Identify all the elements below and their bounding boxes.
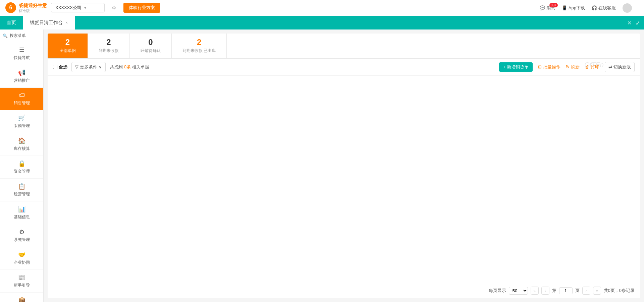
sales-icon: 🏷 [19,92,25,99]
tab-close-icon[interactable]: × [65,20,68,25]
stat-label-all: 全部单据 [60,48,76,54]
search-icon: 🔍 [3,34,8,38]
sidebar-item-sales[interactable]: 🏷 销售管理 [0,88,43,110]
message-icon: 💬 [540,5,545,10]
search-label: 搜索菜单 [10,33,26,39]
guide-icon: 📰 [18,274,25,281]
active-tab-label: 钱货日清工作台 [30,20,63,26]
system-icon: ⚙ [19,228,24,236]
per-page-select[interactable]: 50 10 20 100 [509,287,528,295]
found-text: 共找到 0条 相关单据 [110,64,149,70]
logo-area: 6 畅捷通好生意 标准版 [5,2,47,13]
shortcut-label: 快捷导航 [14,55,30,61]
purchase-icon: 🛒 [18,114,25,122]
tab-home[interactable]: 首页 [0,16,23,29]
nav-tabs: 首页 钱货日清工作台 × ✕ ⤢ [0,16,644,29]
found-count: 0条 [124,64,131,69]
company-name: XXXXXX公司 [55,5,82,11]
filter-button[interactable]: ▽ 更多条件 ∨ [71,62,106,72]
settings-button[interactable]: ⚙ [109,2,119,13]
trial-button[interactable]: 体验行业方案 [123,3,160,13]
refresh-button[interactable]: ↻ 刷新 [566,64,580,70]
operation-label: 经营管理 [14,191,30,197]
online-service-label: 在线客服 [598,5,616,11]
stats-row: 2 全部单据 2 到期未收款 0 旺铺待确认 2 到期未收款 已出库 [48,34,640,59]
purchase-label: 采购管理 [14,123,30,129]
app-download-button[interactable]: 📱 App下载 [562,5,585,11]
sidebar-item-guide[interactable]: 📰 新手引导 [0,270,43,293]
sidebar-item-operation[interactable]: 📋 经营管理 [0,179,43,201]
guide-label: 新手引导 [14,283,30,288]
page-input[interactable] [559,287,573,294]
main-layout: 🔍 搜索菜单 ☰ 快捷导航 📢 营销推广 🏷 销售管理 🛒 采购管理 🏠 库存核… [0,29,644,302]
print-button[interactable]: 🖨 打印 [585,64,599,70]
stat-tab-shipped[interactable]: 2 到期未收款 已出库 [172,34,227,58]
stat-num-wangpu: 0 [148,38,153,47]
restore-window-icon[interactable]: ⤢ [636,20,640,26]
operation-icon: 📋 [18,183,25,190]
table-area [48,76,640,283]
add-sale-order-button[interactable]: + 新增销货单 [499,62,533,72]
filter-chevron: ∨ [99,64,102,69]
sidebar-item-app[interactable]: 📦 应用中心 [0,293,43,302]
last-page-button[interactable]: » [593,287,601,295]
inventory-icon: 🏠 [18,137,25,144]
cooperation-icon: 🤝 [18,251,25,258]
header-right: 💬 消息 99+ 📱 App下载 🎧 在线客服 [540,3,639,13]
refresh-icon: ↻ [566,64,570,69]
pagination: 每页显示 50 10 20 100 « ‹ 第 页 › » 共0页，0条记录 [48,283,640,298]
cooperation-label: 企业协同 [14,260,30,265]
select-all-checkbox[interactable]: 全选 [53,64,67,70]
message-button[interactable]: 💬 消息 99+ [540,5,555,11]
filter-label: 更多条件 [80,64,97,70]
finance-icon: 🔒 [18,160,25,167]
sidebar: 🔍 搜索菜单 ☰ 快捷导航 📢 营销推广 🏷 销售管理 🛒 采购管理 🏠 库存核… [0,29,44,302]
logo-text: 畅捷通好生意 标准版 [19,2,47,13]
sidebar-item-system[interactable]: ⚙ 系统管理 [0,224,43,247]
system-label: 系统管理 [14,237,30,243]
stat-tab-overdue[interactable]: 2 到期未收款 [88,34,130,58]
content: 2 全部单据 2 到期未收款 0 旺铺待确认 2 到期未收款 已出库 [44,29,644,302]
sidebar-search[interactable]: 🔍 搜索菜单 [0,29,43,42]
close-window-icon[interactable]: ✕ [627,20,632,26]
stat-tab-all[interactable]: 2 全部单据 [48,34,88,58]
logo-main-text: 畅捷通好生意 [19,2,47,8]
logo-sub-text: 标准版 [19,8,47,13]
batch-operation-button[interactable]: ⊞ 批量操作 [538,64,560,70]
sidebar-item-inventory[interactable]: 🏠 库存核算 [0,133,43,156]
sidebar-item-finance[interactable]: 🔒 资金管理 [0,156,43,179]
prev-page-button[interactable]: ‹ [541,287,549,295]
switch-version-button[interactable]: ⇄ 切换新版 [605,62,635,72]
add-sale-label: + 新增销货单 [503,64,529,70]
print-label: 打印 [591,64,599,70]
stat-label-shipped: 到期未收款 已出库 [182,48,216,54]
sidebar-item-cooperation[interactable]: 🤝 企业协同 [0,247,43,270]
app-icon: 📱 [562,5,567,10]
stat-tab-wangpu[interactable]: 0 旺铺待确认 [130,34,172,58]
stat-num-overdue: 2 [106,38,111,47]
refresh-label: 刷新 [571,64,580,70]
first-page-button[interactable]: « [531,287,539,295]
select-all-label: 全选 [59,64,67,70]
sidebar-item-shortcut[interactable]: ☰ 快捷导航 [0,42,43,65]
logo-icon: 6 [5,2,16,13]
avatar[interactable] [623,3,632,13]
sales-label: 销售管理 [14,100,30,106]
select-all-input[interactable] [53,65,57,69]
message-badge: 99+ [549,3,558,7]
stat-num-shipped: 2 [197,38,201,47]
sidebar-item-base[interactable]: 📊 基础信息 [0,201,43,224]
sidebar-item-purchase[interactable]: 🛒 采购管理 [0,110,43,133]
marketing-label: 营销推广 [14,78,30,83]
page-suffix: 页 [575,288,580,294]
company-selector[interactable]: XXXXXX公司 ▼ [51,3,105,12]
home-tab-label: 首页 [7,20,16,26]
app-download-label: App下载 [569,5,585,11]
header-left: 6 畅捷通好生意 标准版 XXXXXX公司 ▼ ⚙ 体验行业方案 [5,2,160,13]
sidebar-item-marketing[interactable]: 📢 营销推广 [0,65,43,88]
online-service-button[interactable]: 🎧 在线客服 [592,5,616,11]
tab-qianhuoriging[interactable]: 钱货日清工作台 × [23,16,75,29]
toolbar: 全选 ▽ 更多条件 ∨ 共找到 0条 相关单据 + 新增销货单 [48,59,640,76]
next-page-button[interactable]: › [582,287,590,295]
print-icon: 🖨 [585,64,589,69]
